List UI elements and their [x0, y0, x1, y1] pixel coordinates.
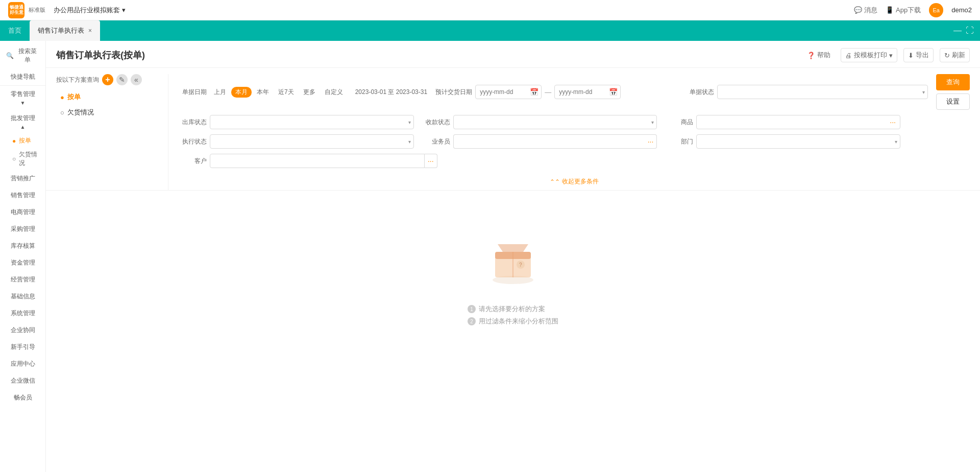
scheme-by-order-label: 按单	[67, 92, 81, 102]
print-button[interactable]: 🖨 按模板打印 ▾	[841, 48, 897, 62]
customer-input[interactable]	[210, 154, 425, 168]
expected-date-label: 预计交货日期	[435, 88, 472, 97]
goods-dots-button[interactable]: ···	[696, 115, 900, 129]
sidebar-item-enterprise[interactable]: 企业协同	[0, 322, 45, 339]
scheme-collapse-button[interactable]: «	[131, 74, 142, 85]
search-icon: 🔍	[6, 52, 14, 59]
dt-last-month[interactable]: 上月	[210, 87, 230, 98]
dt-more[interactable]: 更多	[299, 87, 320, 98]
scheme-item-backorder[interactable]: ○ 欠货情况	[56, 105, 162, 120]
state-select[interactable]	[717, 85, 928, 99]
filter-scheme-panel: 按以下方案查询 + ✎ « ● 按单 ○	[56, 74, 168, 190]
app-selector[interactable]: 办公用品行业模拟账套 ▾	[50, 4, 130, 17]
export-label: 导出	[916, 51, 929, 60]
dt-custom[interactable]: 自定义	[321, 87, 347, 98]
app-download-icon: 📱	[886, 6, 894, 14]
state-group: 单据状态 ▾	[686, 85, 928, 99]
date-range-display: 2023-03-01 至 2023-03-31	[355, 88, 427, 97]
sidebar-sub-by-order[interactable]: ● 按单	[0, 134, 45, 148]
exec-group: 执行状态 ▾	[179, 134, 414, 149]
avatar[interactable]: Ea	[929, 3, 943, 17]
tab-home[interactable]: 首页	[0, 20, 30, 41]
expected-date-start[interactable]	[475, 85, 542, 99]
window-maximize-icon[interactable]: ⛶	[966, 26, 974, 35]
export-button[interactable]: ⬇ 导出	[903, 48, 934, 62]
outbound-select-wrap: ▾	[210, 115, 414, 129]
sidebar-item-marketing[interactable]: 营销推广	[0, 170, 45, 187]
salesperson-group: 业务员 ···	[422, 134, 657, 149]
dt-this-month[interactable]: 本月	[231, 87, 252, 98]
scheme-item-by-order[interactable]: ● 按单	[56, 89, 162, 105]
receipt-select[interactable]	[453, 115, 657, 129]
sidebar-sub-backorder[interactable]: ○ 欠货情况	[0, 148, 45, 170]
sidebar-item-quick-nav[interactable]: 快捷导航	[0, 68, 45, 85]
scheme-section-title: 按以下方案查询	[56, 76, 99, 84]
filter-row-1: 单据日期 上月 本月 本年 近7天 更多 自定义 2023	[179, 74, 970, 110]
message-action[interactable]: 💬 消息	[854, 6, 877, 15]
exec-select-wrap: ▾	[210, 134, 414, 149]
sidebar-item-basic-info[interactable]: 基础信息	[0, 288, 45, 305]
salesperson-dots-button[interactable]: ···	[645, 134, 657, 149]
search-menu-button[interactable]: 🔍 搜索菜单	[4, 45, 41, 66]
scheme-edit-button[interactable]: ✎	[116, 74, 128, 85]
outbound-select[interactable]	[210, 115, 414, 129]
receipt-group: 收款状态 ▾	[422, 115, 657, 129]
app-download-action[interactable]: 📱 App下载	[886, 6, 921, 15]
customer-input-wrap: ···	[210, 154, 437, 168]
dt-last-7[interactable]: 近7天	[274, 87, 298, 98]
sidebar-item-purchase[interactable]: 采购管理	[0, 221, 45, 238]
search-btn-group: 查询 设置	[936, 74, 970, 110]
marketing-label: 营销推广	[11, 174, 35, 183]
empty-illustration: ?	[482, 231, 544, 294]
help-button[interactable]: ❓ 帮助	[803, 49, 835, 62]
empty-tip-2: 2 用过滤条件来缩小分析范围	[468, 317, 558, 326]
export-icon: ⬇	[908, 52, 914, 59]
empty-state: ? 1 请先选择要分析的方案 2 用过滤条件来缩小分析范围	[46, 191, 980, 370]
backorder-icon: ○	[12, 155, 16, 162]
customer-dots-button[interactable]: ···	[425, 154, 437, 168]
sidebar-item-inventory[interactable]: 库存核算	[0, 238, 45, 254]
dept-select-wrap: ▾	[696, 134, 900, 149]
sidebar-item-wholesale[interactable]: 批发管理 ▲	[0, 110, 45, 134]
collapse-label: 收起更多条件	[562, 177, 599, 186]
sidebar-item-operations[interactable]: 经营管理	[0, 271, 45, 288]
sidebar-item-finance[interactable]: 资金管理	[0, 254, 45, 271]
sidebar-item-ecommerce[interactable]: 电商管理	[0, 204, 45, 221]
date-tabs: 上月 本月 本年 近7天 更多 自定义	[210, 87, 347, 98]
sidebar-item-app-center[interactable]: 应用中心	[0, 356, 45, 372]
sidebar-item-member[interactable]: 畅会员	[0, 389, 45, 406]
window-minimize-icon[interactable]: —	[953, 26, 962, 35]
filter-panel: 按以下方案查询 + ✎ « ● 按单 ○	[46, 68, 980, 191]
system-label: 系统管理	[11, 309, 35, 318]
expected-date-end[interactable]	[554, 85, 621, 99]
by-order-label: 按单	[19, 136, 31, 145]
sidebar-item-newuser[interactable]: 新手引导	[0, 339, 45, 356]
customer-group: 客户 ···	[179, 154, 437, 168]
collapse-more-button[interactable]: ⌃⌃ 收起更多条件	[179, 173, 970, 190]
dt-this-year[interactable]: 本年	[253, 87, 273, 98]
empty-tips: 1 请先选择要分析的方案 2 用过滤条件来缩小分析范围	[468, 304, 558, 329]
settings-button[interactable]: 设置	[936, 93, 970, 110]
scheme-actions: + ✎ «	[102, 74, 142, 85]
sidebar-item-retail[interactable]: 零售管理 ▼	[0, 85, 45, 110]
page: 销售订单执行表(按单) ❓ 帮助 🖨 按模板打印 ▾ ⬇ 导出	[46, 41, 980, 472]
dept-select[interactable]	[696, 134, 900, 149]
date-range-separator: —	[544, 88, 552, 96]
sidebar-item-enterprise-wechat[interactable]: 企业微信	[0, 372, 45, 389]
refresh-button[interactable]: ↻ 刷新	[940, 48, 970, 62]
tab-close-icon[interactable]: ×	[88, 27, 92, 34]
content: 销售订单执行表(按单) ❓ 帮助 🖨 按模板打印 ▾ ⬇ 导出	[46, 41, 980, 472]
sidebar-item-sales-mgmt[interactable]: 销售管理	[0, 187, 45, 204]
tab-sales-exec[interactable]: 销售订单执行表 ×	[30, 20, 100, 41]
filter-controls: 单据日期 上月 本月 本年 近7天 更多 自定义 2023	[168, 74, 970, 190]
exec-select[interactable]	[210, 134, 414, 149]
outbound-group: 出库状态 ▾	[179, 115, 414, 129]
salesperson-input[interactable]	[453, 134, 645, 149]
query-button[interactable]: 查询	[936, 74, 970, 90]
topbar-right: 💬 消息 📱 App下载 Ea demo2	[854, 3, 972, 17]
quick-nav-label: 快捷导航	[11, 73, 35, 81]
scheme-add-button[interactable]: +	[102, 74, 113, 85]
sidebar-item-system[interactable]: 系统管理	[0, 305, 45, 322]
scheme-section-header: 按以下方案查询 + ✎ «	[56, 74, 162, 85]
member-label: 畅会员	[14, 393, 32, 402]
